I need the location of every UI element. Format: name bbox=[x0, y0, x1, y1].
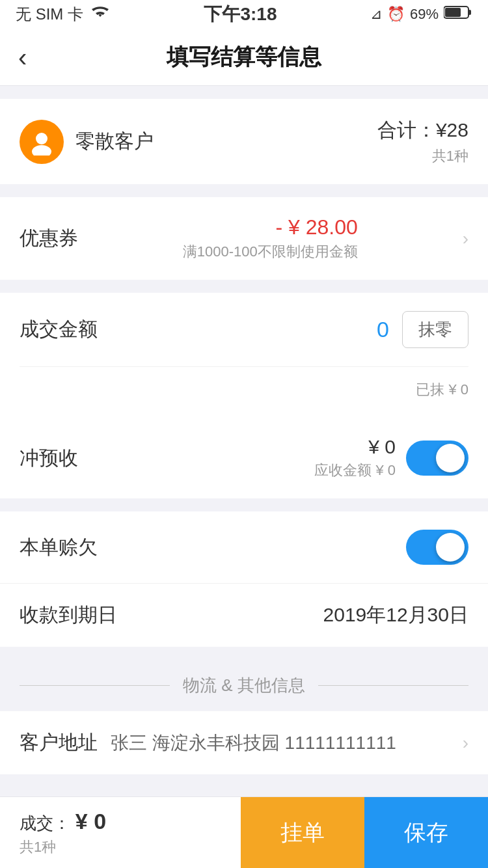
status-bar: 无 SIM 卡 下午3:18 ⊿ ⏰ 69% bbox=[0, 0, 488, 29]
toggle-knob bbox=[436, 444, 465, 472]
status-right: ⊿ ⏰ 69% bbox=[370, 5, 472, 23]
deal-amount-label: 成交金额 bbox=[20, 316, 98, 343]
prepay-label: 冲预收 bbox=[20, 445, 78, 472]
avatar bbox=[20, 120, 64, 164]
debt-toggle[interactable] bbox=[406, 530, 468, 565]
bottom-summary: 成交： ¥ 0 共1种 bbox=[0, 809, 241, 857]
back-button[interactable]: ‹ bbox=[18, 44, 27, 70]
prepay-sub: 应收金额 ¥ 0 bbox=[314, 461, 396, 480]
bottom-bar: 成交： ¥ 0 共1种 挂单 保存 bbox=[0, 796, 488, 868]
hang-button[interactable]: 挂单 bbox=[241, 797, 364, 869]
svg-rect-1 bbox=[468, 10, 471, 15]
divider-3 bbox=[0, 498, 488, 511]
prepay-toggle[interactable] bbox=[406, 441, 468, 476]
divider-2 bbox=[0, 280, 488, 293]
debt-card: 本单赊欠 收款到期日 2019年12月30日 bbox=[0, 511, 488, 647]
address-label: 客户地址 bbox=[20, 729, 98, 756]
debt-toggle-knob bbox=[436, 533, 465, 562]
debt-row: 本单赊欠 bbox=[0, 511, 488, 584]
chevron-icon: › bbox=[463, 228, 468, 249]
prepay-row: 冲预收 ¥ 0 应收金额 ¥ 0 bbox=[0, 418, 488, 498]
logistics-divider: 物流 & 其他信息 bbox=[0, 660, 488, 711]
prepay-amount: ¥ 0 bbox=[314, 436, 396, 458]
total-amount: 合计：¥28 bbox=[377, 117, 468, 144]
battery-icon bbox=[444, 5, 472, 23]
customer-section: 零散客户 合计：¥28 共1种 bbox=[0, 99, 488, 184]
item-count: 共1种 bbox=[377, 146, 468, 166]
status-left: 无 SIM 卡 bbox=[16, 4, 111, 25]
address-chevron-icon: › bbox=[463, 733, 468, 753]
round-zero-button[interactable]: 抹零 bbox=[402, 311, 468, 348]
sim-status: 无 SIM 卡 bbox=[16, 4, 83, 25]
divider-4 bbox=[0, 647, 488, 660]
svg-point-4 bbox=[32, 145, 51, 156]
due-date-label: 收款到期日 bbox=[20, 602, 117, 629]
deal-amount-row: 成交金额 0 抹零 bbox=[20, 293, 468, 367]
amount-card: 成交金额 0 抹零 已抹 ¥ 0 冲预收 ¥ 0 应收金额 ¥ 0 bbox=[0, 293, 488, 498]
wifi-icon bbox=[90, 5, 111, 23]
address-row[interactable]: 客户地址 张三 海淀永丰科技园 11111111111 › bbox=[0, 711, 488, 774]
page-title: 填写结算等信息 bbox=[167, 42, 321, 72]
deal-amount-value: 0 bbox=[377, 317, 389, 342]
save-button[interactable]: 保存 bbox=[364, 797, 488, 869]
bottom-deal-label: 成交： bbox=[20, 813, 70, 833]
battery-text: 69% bbox=[410, 6, 439, 23]
divider-line-right bbox=[318, 685, 468, 686]
coupon-discount: - ¥ 28.00 bbox=[183, 215, 358, 239]
due-date-value: 2019年12月30日 bbox=[323, 602, 468, 629]
address-value: 张三 海淀永丰科技园 11111111111 bbox=[111, 731, 463, 755]
nav-bar: ‹ 填写结算等信息 bbox=[0, 29, 488, 86]
status-time: 下午3:18 bbox=[204, 2, 277, 27]
due-date-row: 收款到期日 2019年12月30日 bbox=[0, 584, 488, 647]
rounded-sub-row: 已抹 ¥ 0 bbox=[20, 367, 468, 418]
location-icon: ⊿ bbox=[370, 6, 382, 23]
amount-section: 成交金额 0 抹零 已抹 ¥ 0 bbox=[0, 293, 488, 418]
logistics-label: 物流 & 其他信息 bbox=[183, 674, 305, 697]
coupon-label: 优惠券 bbox=[20, 225, 78, 252]
bottom-count: 共1种 bbox=[20, 837, 221, 857]
customer-name: 零散客户 bbox=[75, 128, 154, 155]
main-content: 零散客户 合计：¥28 共1种 优惠券 - ¥ 28.00 满1000-100不… bbox=[0, 99, 488, 846]
svg-point-3 bbox=[36, 133, 47, 144]
divider-line-left bbox=[20, 685, 170, 686]
bottom-amount: ¥ 0 bbox=[75, 809, 106, 834]
coupon-section[interactable]: 优惠券 - ¥ 28.00 满1000-100不限制使用金额 › bbox=[0, 197, 488, 280]
divider-1 bbox=[0, 184, 488, 197]
rounded-amount: 已抹 ¥ 0 bbox=[416, 380, 468, 400]
debt-label: 本单赊欠 bbox=[20, 534, 98, 561]
svg-rect-2 bbox=[445, 8, 461, 17]
coupon-description: 满1000-100不限制使用金额 bbox=[183, 242, 358, 262]
alarm-icon: ⏰ bbox=[387, 6, 405, 23]
